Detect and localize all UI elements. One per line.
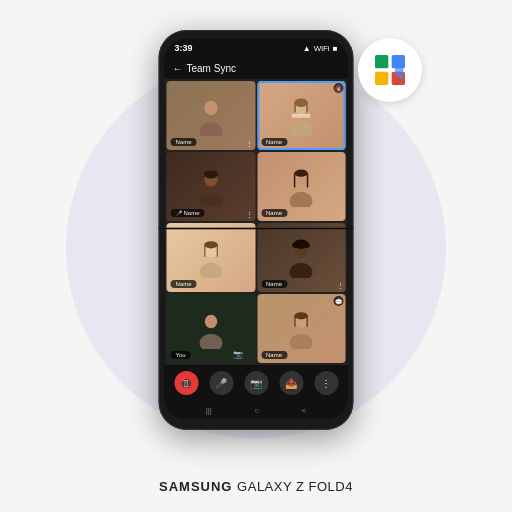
svg-rect-37 (307, 315, 308, 326)
more-button[interactable]: ⋮ (314, 371, 338, 395)
muted-2: 🔇 (334, 83, 344, 93)
svg-rect-20 (307, 173, 309, 187)
svg-rect-24 (204, 244, 205, 256)
svg-rect-2 (375, 72, 388, 85)
camera-button[interactable]: 📷 (244, 371, 268, 395)
svg-point-31 (205, 315, 217, 328)
recents-button[interactable]: ||| (206, 406, 212, 415)
phone: 3:39 ▲ WiFi ■ ← Team Sync (159, 30, 354, 430)
muted-8: 💬 (334, 296, 344, 306)
call-title: Team Sync (187, 63, 236, 74)
svg-point-22 (199, 263, 222, 279)
battery-icon: ■ (333, 44, 338, 53)
more-options-3[interactable]: ⋮ (246, 211, 253, 219)
name-tag-6: Name (261, 280, 287, 288)
participant-cell-1: Name ⋮ (167, 81, 256, 150)
svg-rect-25 (216, 244, 217, 256)
participant-cell-6: Name ⋮ (257, 223, 346, 292)
svg-point-27 (290, 263, 313, 279)
nav-bar: ← Team Sync (165, 57, 348, 79)
video-grid: Name ⋮ 🔇 (165, 79, 348, 365)
name-tag-1: Name (171, 138, 197, 146)
name-tag-4: Name (261, 209, 287, 217)
end-call-button[interactable]: 📵 (174, 371, 198, 395)
svg-point-10 (295, 98, 308, 106)
svg-rect-36 (295, 315, 296, 326)
mute-button[interactable]: 🎤 (209, 371, 233, 395)
fold-crease (159, 227, 354, 230)
svg-point-35 (295, 312, 308, 319)
participant-cell-3: 🎤 Name ⋮ (167, 152, 256, 221)
status-time: 3:39 (175, 43, 193, 53)
svg-point-6 (199, 122, 222, 136)
name-tag-self: You (171, 351, 191, 359)
svg-point-17 (290, 192, 313, 208)
more-options-6[interactable]: ⋮ (337, 282, 344, 290)
svg-rect-8 (292, 113, 311, 117)
svg-point-5 (204, 100, 217, 114)
svg-point-30 (305, 242, 310, 247)
status-icons: ▲ WiFi ■ (303, 44, 338, 53)
svg-rect-19 (294, 173, 296, 187)
back-icon[interactable]: ← (173, 63, 183, 74)
home-navigation: ||| ○ < (165, 401, 348, 419)
svg-rect-12 (306, 102, 308, 112)
participant-cell-8: Name 💬 (257, 294, 346, 363)
participant-cell-2: 🔇 Name (257, 81, 346, 150)
call-controls: 📵 🎤 📷 📤 ⋮ (165, 365, 348, 401)
wifi-icon: WiFi (314, 44, 330, 53)
back-button[interactable]: < (302, 406, 307, 415)
svg-rect-11 (295, 102, 297, 112)
svg-point-29 (292, 242, 297, 247)
name-tag-3: 🎤 Name (171, 209, 205, 217)
name-tag-2: Name (261, 138, 287, 146)
camera-icon-self: 📷 (233, 350, 243, 359)
more-options-1[interactable]: ⋮ (246, 140, 253, 148)
svg-rect-0 (375, 55, 388, 68)
svg-point-34 (290, 334, 313, 350)
home-button[interactable]: ○ (254, 406, 259, 415)
participant-cell-5: Name (167, 223, 256, 292)
svg-point-9 (290, 121, 313, 137)
scene: 3:39 ▲ WiFi ■ ← Team Sync (0, 0, 512, 512)
name-tag-5: Name (171, 280, 197, 288)
share-button[interactable]: 📤 (279, 371, 303, 395)
meet-icon (358, 38, 422, 102)
samsung-branding: SAMSUNG Galaxy Z Fold4 (159, 479, 353, 494)
svg-point-23 (204, 241, 217, 248)
signal-icon: ▲ (303, 44, 311, 53)
status-bar: 3:39 ▲ WiFi ■ (165, 39, 348, 57)
brand-name: SAMSUNG (159, 479, 232, 494)
model-name: Galaxy Z Fold4 (237, 479, 353, 494)
svg-point-18 (295, 169, 308, 176)
participant-cell-4: Name (257, 152, 346, 221)
svg-point-15 (204, 170, 218, 178)
name-tag-8: Name (261, 351, 287, 359)
participant-cell-self: You 📷 (167, 294, 256, 363)
svg-point-32 (199, 334, 222, 350)
svg-point-14 (199, 193, 222, 207)
